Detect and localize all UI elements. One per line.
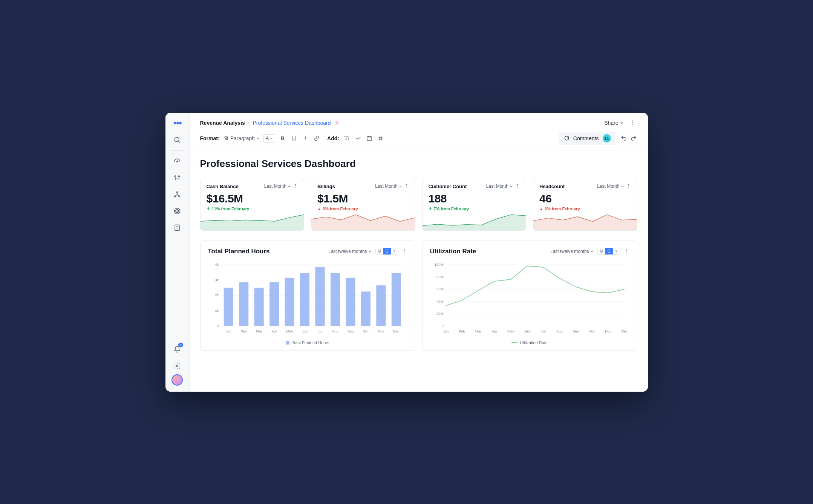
more-icon[interactable] — [626, 184, 631, 189]
font-select[interactable]: A — [263, 134, 275, 142]
svg-point-82 — [626, 252, 627, 253]
svg-text:Jun: Jun — [524, 329, 530, 333]
chart-title: Total Planned Hours — [208, 248, 270, 255]
period-select[interactable]: Last Month — [375, 184, 402, 189]
target-icon[interactable] — [170, 204, 185, 219]
settings-icon[interactable] — [170, 358, 185, 374]
add-number-button[interactable] — [377, 134, 384, 142]
svg-point-22 — [632, 124, 633, 124]
svg-point-8 — [178, 176, 179, 177]
kpi-value: $16.5M — [207, 192, 298, 205]
italic-button[interactable]: I — [302, 134, 309, 142]
granularity-option[interactable]: Y — [613, 248, 620, 254]
more-icon[interactable] — [293, 184, 298, 189]
chart-title: Utilization Rate — [430, 248, 476, 255]
sidebar: 2 — [165, 113, 190, 392]
granularity-option[interactable]: Y — [391, 248, 398, 254]
format-label: Format: — [200, 135, 220, 141]
sparkline — [423, 213, 526, 230]
undo-button[interactable] — [620, 134, 628, 142]
kpi-card: Headcount Last Month 46 6% from February — [533, 178, 637, 231]
share-button[interactable]: Share — [602, 118, 626, 127]
svg-point-7 — [175, 176, 176, 177]
svg-point-14 — [177, 211, 178, 211]
svg-rect-56 — [224, 288, 233, 326]
kpi-card: Billings Last Month $1.5M 3% from Februa… — [311, 178, 415, 231]
kpi-row: Cash Balance Last Month $16.5M 11% from … — [200, 178, 637, 231]
svg-point-31 — [295, 184, 296, 185]
breadcrumb-root[interactable]: Revenue Analysis — [200, 120, 245, 126]
svg-text:0: 0 — [217, 323, 219, 328]
top-actions: Share — [602, 118, 637, 128]
content: Professional Services Dashboard Cash Bal… — [190, 150, 648, 392]
bold-button[interactable]: B — [279, 134, 286, 142]
range-select[interactable]: Last twelve months — [328, 249, 372, 254]
redo-button[interactable] — [630, 134, 637, 142]
svg-text:20%: 20% — [436, 311, 444, 316]
avatar[interactable] — [171, 374, 183, 386]
comments-button[interactable]: Comments 11 — [559, 132, 615, 145]
comments-count: 11 — [603, 134, 611, 142]
caret-down-icon — [620, 121, 624, 125]
svg-rect-70 — [330, 273, 340, 326]
kpi-card: Cash Balance Last Month $16.5M 11% from … — [200, 178, 305, 231]
svg-rect-78 — [391, 273, 401, 326]
kpi-label: Billings — [317, 184, 335, 189]
kpi-delta: 6% from February — [539, 207, 631, 211]
granularity-option[interactable]: M — [376, 248, 383, 254]
analytics-icon[interactable] — [170, 170, 185, 185]
svg-text:4k: 4k — [215, 262, 219, 267]
connections-icon[interactable] — [170, 187, 185, 202]
svg-point-35 — [406, 185, 407, 186]
legend: Total Planned Hours — [208, 340, 407, 345]
granularity-toggle[interactable]: MQY — [597, 248, 620, 255]
kpi-delta: 7% from February — [429, 207, 520, 211]
more-icon[interactable] — [624, 248, 629, 254]
svg-text:Oct: Oct — [589, 329, 595, 333]
more-icon[interactable] — [402, 248, 407, 254]
notifications-icon[interactable]: 2 — [170, 342, 185, 357]
kpi-delta: 11% from February — [207, 207, 298, 211]
svg-text:Jul: Jul — [317, 329, 322, 333]
svg-point-41 — [628, 185, 629, 186]
caret-down-icon — [256, 136, 260, 140]
legend-swatch — [511, 342, 518, 343]
granularity-toggle[interactable]: MQY — [375, 248, 398, 255]
breadcrumb-current[interactable]: Professional Services Dashboard — [253, 120, 331, 126]
underline-button[interactable]: U — [290, 134, 298, 142]
range-select[interactable]: Last twelve months — [550, 249, 594, 254]
add-text-button[interactable]: Tt — [343, 134, 351, 142]
add-label: Add: — [327, 135, 339, 141]
svg-point-42 — [628, 187, 629, 187]
svg-text:Dec: Dec — [393, 329, 399, 333]
caret-down-icon — [590, 250, 594, 253]
svg-point-32 — [295, 185, 296, 186]
granularity-option[interactable]: Q — [383, 248, 391, 254]
svg-rect-76 — [376, 285, 386, 326]
period-select[interactable]: Last Month — [486, 184, 513, 189]
add-chart-button[interactable] — [354, 134, 362, 142]
app-window: 2 Revenue Analysis › Professional Servic… — [165, 113, 648, 392]
period-select[interactable]: Last Month — [597, 184, 624, 189]
link-button[interactable] — [313, 134, 320, 142]
dashboard-icon[interactable] — [170, 154, 185, 169]
legend-swatch — [286, 341, 289, 345]
svg-line-29 — [380, 136, 380, 140]
chevron-right-icon: › — [248, 120, 250, 126]
add-date-button[interactable] — [366, 134, 373, 142]
paragraph-select[interactable]: Paragraph — [224, 135, 260, 141]
more-icon[interactable] — [404, 184, 409, 189]
document-icon[interactable] — [170, 220, 185, 235]
search-icon[interactable] — [170, 132, 185, 147]
more-icon[interactable] — [628, 118, 637, 128]
granularity-option[interactable]: M — [598, 248, 605, 254]
star-icon[interactable] — [334, 119, 340, 127]
more-icon[interactable] — [515, 184, 520, 189]
svg-text:Aug: Aug — [332, 329, 338, 333]
svg-text:Feb: Feb — [459, 329, 465, 333]
svg-rect-72 — [346, 277, 355, 326]
granularity-option[interactable]: Q — [605, 248, 613, 254]
kpi-delta: 3% from February — [317, 207, 409, 211]
period-select[interactable]: Last Month — [264, 184, 291, 189]
svg-text:May: May — [507, 329, 514, 333]
